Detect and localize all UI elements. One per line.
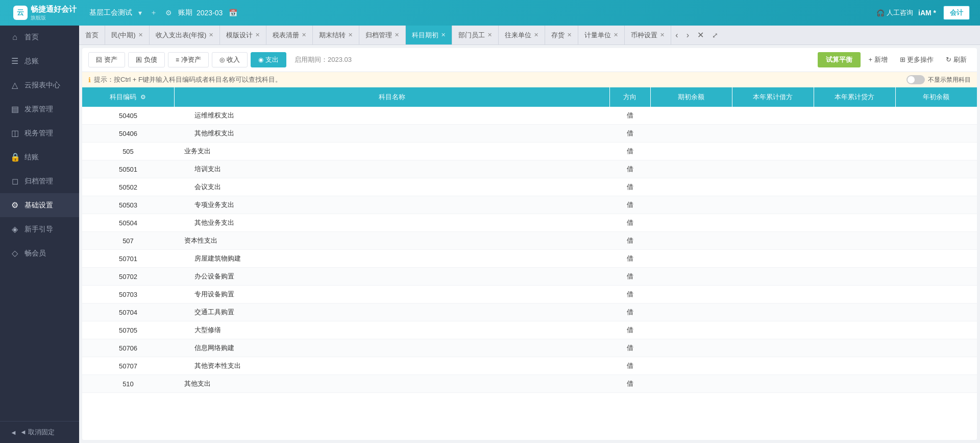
expenses-icon: ◉ xyxy=(258,56,263,63)
tab-close-income[interactable]: ✕ xyxy=(209,32,213,38)
cell-period-balance xyxy=(650,214,732,232)
account-button[interactable]: 会计 xyxy=(943,6,970,20)
cell-code: 50702 xyxy=(82,268,174,286)
tab-expand-btn[interactable]: ⤢ xyxy=(708,26,722,45)
sidebar-label-ledger: 总账 xyxy=(24,57,39,66)
tab-close-customers[interactable]: ✕ xyxy=(534,32,538,38)
assets-icon: 囧 xyxy=(96,56,102,64)
sidebar-collapse-btn[interactable]: ◄ ◄ 取消固定 xyxy=(0,421,79,443)
sidebar-item-invoice[interactable]: ▤ 发票管理 xyxy=(0,97,79,121)
cat-btn-net-assets[interactable]: ≡ 净资产 xyxy=(168,52,209,67)
tab-close-inventory[interactable]: ✕ xyxy=(567,32,572,38)
tab-close-mid[interactable]: ✕ xyxy=(138,32,143,38)
cell-year-balance xyxy=(895,339,977,357)
guide-icon: ◈ xyxy=(10,224,19,234)
cell-direction: 借 xyxy=(609,250,650,268)
table-row[interactable]: 50502会议支出借 xyxy=(82,178,977,196)
tab-close-all-btn[interactable]: ✕ xyxy=(693,26,708,45)
cat-btn-assets[interactable]: 囧 资产 xyxy=(88,52,125,67)
tab-close-currency[interactable]: ✕ xyxy=(660,32,665,38)
cat-btn-liabilities[interactable]: 囷 负债 xyxy=(128,52,165,67)
tab-close-unit[interactable]: ✕ xyxy=(614,32,618,38)
company-dropdown-icon[interactable]: ▾ xyxy=(136,8,144,18)
archive-icon: ◻ xyxy=(10,176,19,186)
toggle-switch[interactable] xyxy=(906,75,925,84)
sidebar-item-home[interactable]: ⌂ 首页 xyxy=(0,26,79,49)
cell-code: 50502 xyxy=(82,178,174,196)
page-content: 囧 资产 囷 负债 ≡ 净资产 ◎ 收入 ◉ 支出 xyxy=(82,48,977,440)
table-row[interactable]: 50703专用设备购置借 xyxy=(82,286,977,304)
tab-close-dept[interactable]: ✕ xyxy=(487,32,492,38)
tab-close-subject-period[interactable]: ✕ xyxy=(441,32,446,38)
table-row[interactable]: 50702办公设备购置借 xyxy=(82,268,977,286)
reports-icon: △ xyxy=(10,80,19,90)
th-code-settings-icon[interactable]: ⚙ xyxy=(140,94,146,101)
tab-home[interactable]: 首页 xyxy=(79,26,105,45)
table-row[interactable]: 510其他支出借 xyxy=(82,375,977,393)
cell-period-balance xyxy=(650,232,732,250)
cell-code: 50501 xyxy=(82,160,174,178)
tab-closing[interactable]: 期末结转 ✕ xyxy=(313,26,359,45)
table-row[interactable]: 50504其他业务支出借 xyxy=(82,214,977,232)
tab-dept[interactable]: 部门员工 ✕ xyxy=(452,26,499,45)
table-row[interactable]: 50705大型修缮借 xyxy=(82,321,977,339)
notice-toggle[interactable]: 不显示禁用科目 xyxy=(906,75,971,84)
cat-btn-expenses[interactable]: ◉ 支出 xyxy=(251,52,286,67)
tab-inventory[interactable]: 存货 ✕ xyxy=(545,26,578,45)
tab-archive[interactable]: 归档管理 ✕ xyxy=(359,26,406,45)
sidebar-item-settings[interactable]: ⚙ 基础设置 xyxy=(0,193,79,217)
tab-close-template[interactable]: ✕ xyxy=(255,32,260,38)
tab-label-tax: 税表清册 xyxy=(273,31,299,40)
tab-prev-btn[interactable]: ‹ xyxy=(671,26,682,45)
cell-name: 专用设备购置 xyxy=(174,286,609,304)
calendar-icon[interactable]: 📅 xyxy=(227,8,239,18)
table-row[interactable]: 50701房屋建筑物购建借 xyxy=(82,250,977,268)
table-row[interactable]: 50501培训支出借 xyxy=(82,160,977,178)
tab-label-closing: 期末结转 xyxy=(319,31,346,40)
table-row[interactable]: 50704交通工具购置借 xyxy=(82,304,977,321)
table-row[interactable]: 507资本性支出借 xyxy=(82,232,977,250)
member-icon: ◇ xyxy=(10,248,19,258)
add-company-icon[interactable]: ＋ xyxy=(148,7,159,18)
company-name: 基层工会测试 xyxy=(89,8,132,17)
tab-next-btn[interactable]: › xyxy=(682,26,693,45)
table-row[interactable]: 50503专项业务支出借 xyxy=(82,196,977,214)
cell-year-balance xyxy=(895,214,977,232)
tab-unit[interactable]: 计量单位 ✕ xyxy=(578,26,625,45)
cell-code: 50504 xyxy=(82,214,174,232)
tab-currency[interactable]: 币种设置 ✕ xyxy=(625,26,671,45)
cell-name: 办公设备购置 xyxy=(174,268,609,286)
table-row[interactable]: 505业务支出借 xyxy=(82,143,977,160)
add-button[interactable]: + 新增 xyxy=(865,53,892,66)
sidebar-item-member[interactable]: ◇ 畅会员 xyxy=(0,241,79,265)
service-button[interactable]: 🎧 人工咨询 xyxy=(876,8,913,17)
tab-label-dept: 部门员工 xyxy=(458,31,485,40)
sidebar-item-reports[interactable]: △ 云报表中心 xyxy=(0,73,79,97)
tab-close-tax[interactable]: ✕ xyxy=(302,32,306,38)
cell-code: 50701 xyxy=(82,250,174,268)
cat-btn-income[interactable]: ◎ 收入 xyxy=(212,52,248,67)
table-row[interactable]: 50406其他维权支出借 xyxy=(82,125,977,143)
sidebar-item-tax[interactable]: ◫ 税务管理 xyxy=(0,121,79,145)
sidebar-item-closing[interactable]: 🔒 结账 xyxy=(0,145,79,169)
table-row[interactable]: 50707其他资本性支出借 xyxy=(82,357,977,375)
tab-close-closing[interactable]: ✕ xyxy=(348,32,353,38)
tab-mid[interactable]: 民(中期) ✕ xyxy=(105,26,150,45)
tab-income[interactable]: 收入支出表(年报) ✕ xyxy=(150,26,220,45)
more-ops-button[interactable]: ⊞ 更多操作 xyxy=(896,53,938,66)
table-row[interactable]: 50405运维维权支出借 xyxy=(82,107,977,125)
net-assets-icon: ≡ xyxy=(176,56,179,63)
table-row[interactable]: 50706信息网络购建借 xyxy=(82,339,977,357)
cell-ytd-credit xyxy=(814,286,895,304)
refresh-button[interactable]: ↻ 刷新 xyxy=(942,53,971,66)
tab-subject-period[interactable]: 科目期初 ✕ xyxy=(406,26,452,45)
tab-template[interactable]: 模版设计 ✕ xyxy=(220,26,266,45)
sidebar-item-ledger[interactable]: ☰ 总账 xyxy=(0,49,79,73)
sidebar-item-guide[interactable]: ◈ 新手引导 xyxy=(0,217,79,241)
tab-customers[interactable]: 往来单位 ✕ xyxy=(499,26,545,45)
balance-button[interactable]: 试算平衡 xyxy=(818,52,861,67)
sidebar-item-archive[interactable]: ◻ 归档管理 xyxy=(0,169,79,193)
tab-tax[interactable]: 税表清册 ✕ xyxy=(266,26,313,45)
settings-gear-icon[interactable]: ⚙ xyxy=(163,8,174,18)
tab-close-archive[interactable]: ✕ xyxy=(395,32,399,38)
